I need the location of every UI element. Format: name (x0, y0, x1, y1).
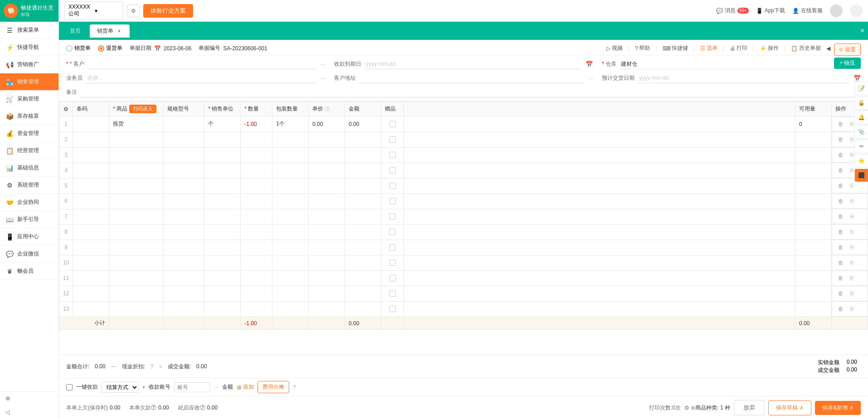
app-download-button[interactable]: 📱 App下载 (756, 7, 785, 14)
notes-input[interactable] (80, 87, 861, 97)
qty-cell-8[interactable] (241, 224, 272, 240)
barcode-cell-5[interactable] (73, 178, 109, 193)
sidebar-item-8[interactable]: 📊基础信息 (0, 159, 58, 177)
gift-checkbox-9[interactable] (389, 244, 396, 250)
salesperson-dots[interactable]: ··· (320, 75, 325, 82)
company-selector[interactable]: XXXXXX公司 ▾ (64, 1, 123, 20)
operate-action[interactable]: ⚡ 操作 (760, 44, 779, 52)
delete-row-btn-13[interactable]: 🗑 (836, 304, 846, 314)
barcode-cell-10[interactable] (73, 255, 109, 270)
barcode-cell-13[interactable] (73, 301, 109, 317)
tab-home[interactable]: 首页 (63, 24, 88, 38)
sidebar-item-11[interactable]: 📖新手引导 (0, 211, 58, 228)
price-cell-11[interactable] (309, 270, 345, 286)
sidebar-item-6[interactable]: 💰资金管理 (0, 125, 58, 142)
history-action[interactable]: 📋 历史单据 (791, 44, 821, 52)
quick-qr[interactable]: ⬛ (854, 169, 868, 182)
delete-row-btn-7[interactable]: 🗑 (836, 212, 846, 222)
delete-row-btn-2[interactable]: 🗑 (836, 135, 846, 144)
product-cell-9[interactable] (109, 240, 164, 255)
delete-row-btn-12[interactable]: 🗑 (836, 289, 846, 299)
spec-cell-13[interactable] (164, 301, 204, 317)
spec-cell-9[interactable] (164, 240, 204, 255)
spec-cell-7[interactable] (164, 209, 204, 224)
product-cell-2[interactable] (109, 132, 164, 147)
spec-cell-6[interactable] (164, 193, 204, 209)
spec-cell-1[interactable] (164, 116, 204, 132)
price-cell-9[interactable] (309, 240, 345, 255)
topbar-gear-button[interactable]: ⚙ (127, 5, 140, 17)
price-cell-12[interactable] (309, 286, 345, 301)
video-action[interactable]: ▷ 视频 (606, 44, 623, 52)
account-input[interactable] (174, 382, 210, 392)
customer-addr-input[interactable] (359, 73, 584, 83)
expected-date-input[interactable] (637, 73, 849, 83)
copy-row-btn-13[interactable]: ⎘ (847, 304, 857, 314)
delete-row-btn-10[interactable]: 🗑 (836, 258, 846, 268)
copy-row-btn-5[interactable]: ⎘ (847, 181, 857, 191)
prev-action[interactable]: ◀ (826, 45, 830, 52)
spec-cell-5[interactable] (164, 178, 204, 193)
quick-bell[interactable]: 🔔 (854, 111, 868, 124)
delete-row-btn-3[interactable]: 🗑 (836, 150, 846, 160)
spec-cell-8[interactable] (164, 224, 204, 240)
barcode-cell-11[interactable] (73, 270, 109, 286)
salesperson-input[interactable] (85, 73, 316, 83)
sidebar-item-7[interactable]: 📋经营管理 (0, 142, 58, 159)
col-settings[interactable]: ⚙ (59, 102, 73, 116)
price-cell-5[interactable] (309, 178, 345, 193)
user-avatar2[interactable] (850, 5, 863, 17)
spec-cell-12[interactable] (164, 286, 204, 301)
quick-edit[interactable]: ✏ (854, 140, 868, 153)
gift-checkbox-1[interactable] (389, 121, 396, 127)
quick-note[interactable]: 📝 (854, 82, 868, 95)
gift-checkbox-11[interactable] (389, 275, 396, 281)
sidebar-item-2[interactable]: 📢营销推广 (0, 56, 58, 73)
qty-cell-9[interactable] (241, 240, 272, 255)
tab-sales-order[interactable]: 销货单 × (90, 24, 130, 38)
quick-star[interactable]: ⭐ (854, 154, 868, 168)
product-cell-12[interactable] (109, 286, 164, 301)
copy-row-btn-7[interactable]: ⎘ (847, 212, 857, 222)
customer-dots[interactable]: ··· (320, 61, 325, 67)
online-service-button[interactable]: 👤 在线客服 (792, 7, 823, 14)
copy-row-btn-9[interactable]: ⎘ (847, 242, 857, 252)
price-cell-1[interactable]: 0.00 (309, 116, 345, 132)
copy-row-btn-10[interactable]: ⎘ (847, 258, 857, 268)
help-action[interactable]: ? 帮助 (635, 44, 650, 52)
gift-checkbox-4[interactable] (389, 167, 396, 173)
qty-cell-10[interactable] (241, 255, 272, 270)
price-cell-6[interactable] (309, 193, 345, 209)
fee-help-icon[interactable]: ? (293, 384, 296, 390)
due-date-calendar-icon[interactable]: 📅 (586, 61, 593, 67)
calc-method-select[interactable]: 结算方式 (102, 382, 139, 393)
price-cell-10[interactable] (309, 255, 345, 270)
barcode-cell-4[interactable] (73, 163, 109, 178)
messages-button[interactable]: 💬 消息 99+ (716, 7, 749, 14)
qty-cell-4[interactable] (241, 163, 272, 178)
radio-return-order[interactable]: 退货单 (98, 44, 122, 52)
tab-close-icon[interactable]: × (116, 28, 122, 34)
sidebar-collapse-btn[interactable]: ◁ (0, 405, 58, 419)
copy-row-btn-11[interactable]: ⎘ (847, 273, 857, 283)
qty-cell-12[interactable] (241, 286, 272, 301)
quick-attach[interactable]: 📎 (854, 125, 868, 139)
gift-checkbox-13[interactable] (389, 306, 396, 312)
barcode-cell-3[interactable] (73, 147, 109, 163)
sidebar-item-10[interactable]: 🤝企业协同 (0, 194, 58, 211)
delete-row-btn-8[interactable]: 🗑 (836, 227, 846, 237)
account-dots[interactable]: ··· (214, 384, 218, 390)
customer-addr-dots[interactable]: ··· (588, 75, 593, 82)
copy-row-btn-8[interactable]: ⎘ (847, 227, 857, 237)
product-cell-3[interactable] (109, 147, 164, 163)
copy-row-btn-12[interactable]: ⎘ (847, 289, 857, 299)
product-cell-1[interactable]: 拣货 (109, 116, 164, 132)
save-new-button[interactable]: 保存&新增 ∧ (815, 401, 861, 415)
user-avatar[interactable] (830, 5, 843, 17)
sidebar-item-12[interactable]: 📱应用中心 (0, 228, 58, 246)
spec-cell-4[interactable] (164, 163, 204, 178)
delete-row-btn-6[interactable]: 🗑 (836, 196, 846, 206)
barcode-cell-7[interactable] (73, 209, 109, 224)
sidebar-item-3[interactable]: 🏪销售管理 (0, 73, 58, 91)
sidebar-item-1[interactable]: ⚡快捷导航 (0, 39, 58, 56)
